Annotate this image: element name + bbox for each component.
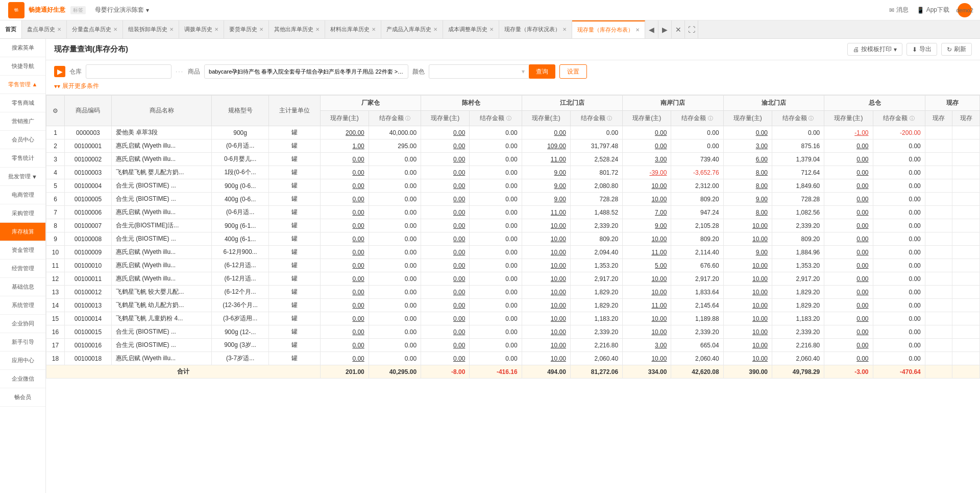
- tab-close-all-btn[interactable]: ✕: [672, 20, 685, 39]
- page-title: 现存量查询(库存分布): [54, 44, 128, 54]
- tab-close-inventory[interactable]: ✕: [57, 27, 61, 32]
- sidebar-item-app-center[interactable]: 应用中心: [0, 351, 45, 370]
- warehouse-label: 仓库: [69, 67, 82, 76]
- table-row: 200100001惠氏启赋 (Wyeth illu...(0-6月适...罐1.…: [46, 139, 980, 153]
- th-group-total: 总仓: [824, 96, 925, 111]
- chevron-down-icon: ▼: [32, 174, 37, 180]
- th-nb-qty: 现存量(主): [623, 111, 671, 126]
- th-yb-qty: 现存量(主): [723, 111, 772, 126]
- export-button[interactable]: ⬇ 导出: [906, 43, 937, 56]
- sidebar-item-system[interactable]: 系统管理: [0, 296, 45, 315]
- message-btn[interactable]: ✉ 消息: [889, 6, 909, 14]
- tab-close-transfer[interactable]: ✕: [214, 27, 218, 32]
- color-input[interactable]: [429, 64, 531, 79]
- th-settings[interactable]: ⚙: [46, 96, 65, 126]
- tab-close-material[interactable]: ✕: [372, 27, 376, 32]
- goods-input[interactable]: [204, 64, 408, 79]
- th-group-yb: 渝北门店: [723, 96, 824, 111]
- sidebar-item-retail-stat[interactable]: 零售统计: [0, 149, 45, 168]
- yb-amt-info[interactable]: ⓘ: [808, 115, 814, 122]
- nb-amt-info[interactable]: ⓘ: [708, 115, 713, 122]
- th-unit: 主计量单位: [269, 96, 321, 126]
- app-download-btn[interactable]: 📱 App下载: [917, 6, 949, 14]
- tab-close-cost[interactable]: ✕: [489, 27, 494, 32]
- th-yb-amt: 结存金额 ⓘ: [772, 111, 824, 126]
- sidebar-item-quicknav[interactable]: 快捷导航: [0, 57, 45, 76]
- tab-close-split[interactable]: ✕: [113, 27, 117, 32]
- filter-area: ▶ 仓库 ··· 商品 颜色 ▾ 查询 设置 ▾▾ 展开更多条件: [46, 60, 980, 95]
- print-icon: 🖨: [853, 46, 859, 53]
- th-group-cc: 陈村仓: [421, 96, 522, 111]
- table-row: 1300100012飞鹤星飞帆 较大婴儿配...(6-12个月...罐0.000…: [46, 286, 980, 299]
- tab-maximize-btn[interactable]: ⛶: [685, 20, 698, 39]
- sidebar-item-retail-mgmt[interactable]: 零售管理 ▲: [0, 76, 45, 94]
- table-row: 800100007合生元(BIOSTIME)活...900g (6-1...罐0…: [46, 219, 980, 232]
- tab-home[interactable]: 首页: [0, 20, 22, 39]
- sidebar-item-marketing[interactable]: 营销推广: [0, 112, 45, 131]
- sidebar-item-member[interactable]: 会员中心: [0, 131, 45, 149]
- sidebar-item-enterprise-wechat[interactable]: 企业微信: [0, 370, 45, 388]
- goods-label: 商品: [188, 67, 200, 76]
- page-header: 现存量查询(库存分布) 🖨 按模板打印 ▾ ⬇ 导出 ↻ 刷新: [46, 39, 980, 60]
- th-total-qty: 现存量(主): [824, 111, 873, 126]
- tab-close-stock-status[interactable]: ✕: [562, 27, 567, 32]
- tab-transfer[interactable]: 调拨单历史 ✕: [179, 20, 224, 39]
- tab-close-order[interactable]: ✕: [259, 27, 263, 32]
- total-amt-info[interactable]: ⓘ: [910, 115, 915, 122]
- tab-combo-split[interactable]: 组装拆卸单历史 ✕: [123, 20, 179, 39]
- table-container[interactable]: ⚙ 商品编码 商品名称 规格型号 主计量单位 厂家仓 陈村仓 江北门店 南岸门店…: [46, 95, 980, 493]
- expand-more-btn[interactable]: ▾▾ 展开更多条件: [54, 82, 972, 90]
- print-button[interactable]: 🖨 按模板打印 ▾: [847, 43, 902, 56]
- sidebar-item-retail-store[interactable]: 零售商城: [0, 94, 45, 112]
- th-cc-amt: 结存金额 ⓘ: [470, 111, 522, 126]
- tab-product-in[interactable]: 产成品入库单历史 ✕: [381, 20, 443, 39]
- th-cj-amt: 结存金额 ⓘ: [369, 111, 421, 126]
- th-nb-amt: 结存金额 ⓘ: [671, 111, 723, 126]
- main-layout: 搜索英单 快捷导航 零售管理 ▲ 零售商城 营销推广 会员中心 零售统计 批发管…: [0, 39, 980, 493]
- setting-button[interactable]: 设置: [559, 64, 587, 79]
- th-cj-qty: 现存量(主): [320, 111, 369, 126]
- tab-material-out[interactable]: 材料出库单历史 ✕: [325, 20, 381, 39]
- sidebar-item-new-guide[interactable]: 新手引导: [0, 333, 45, 351]
- summary-row: 合计201.0040,295.00-8.00-416.16494.0081,27…: [46, 365, 980, 379]
- sidebar-item-inventory[interactable]: 库存核算: [0, 223, 45, 241]
- tab-stock-status[interactable]: 现存量（库存状况表） ✕: [499, 20, 572, 39]
- chevron-down-icon: ▾: [894, 46, 897, 53]
- export-icon: ⬇: [912, 46, 917, 53]
- sidebar-item-purchase[interactable]: 采购管理: [0, 204, 45, 223]
- expand-btn[interactable]: ▶: [54, 66, 65, 77]
- th-cc-qty: 现存量(主): [421, 111, 470, 126]
- tab-prev-btn[interactable]: ◀: [645, 20, 658, 39]
- industry-dropdown[interactable]: 母婴行业演示陈套 ▾: [95, 6, 149, 14]
- sidebar-item-member-plus[interactable]: 畅会员: [0, 388, 45, 407]
- logo-icon: 畅: [8, 2, 24, 18]
- sidebar-item-ecommerce[interactable]: 电商管理: [0, 186, 45, 204]
- refresh-button[interactable]: ↻ 刷新: [941, 43, 972, 56]
- sidebar-item-operation[interactable]: 经营管理: [0, 260, 45, 278]
- sidebar-item-search[interactable]: 搜索英单: [0, 39, 45, 57]
- tab-cost-adj[interactable]: 成本调整单历史 ✕: [443, 20, 499, 39]
- tab-stock-dist[interactable]: 现存量（库存分布表） ✕: [572, 20, 645, 39]
- tab-close-other[interactable]: ✕: [315, 27, 320, 32]
- sidebar-item-wholesale[interactable]: 批发管理 ▼: [0, 168, 45, 186]
- sidebar-item-enterprise-coop[interactable]: 企业协同: [0, 315, 45, 333]
- sidebar-item-finance[interactable]: 资金管理: [0, 241, 45, 260]
- warehouse-input[interactable]: [86, 64, 172, 79]
- tab-inventory[interactable]: 盘点单历史 ✕: [22, 20, 67, 39]
- sidebar-item-basic[interactable]: 基础信息: [0, 278, 45, 296]
- tab-close-product[interactable]: ✕: [433, 27, 437, 32]
- tab-order[interactable]: 要货单历史 ✕: [224, 20, 269, 39]
- jb-amt-info[interactable]: ⓘ: [607, 115, 612, 122]
- query-button[interactable]: 查询: [529, 64, 555, 79]
- tab-other-out[interactable]: 其他出库单历史 ✕: [269, 20, 325, 39]
- tab-close-combo[interactable]: ✕: [169, 27, 174, 32]
- top-bar-left: 畅 畅捷通好生意 标签 母婴行业演示陈套 ▾: [8, 2, 149, 18]
- avatar[interactable]: demo2: [958, 3, 972, 17]
- tab-split-inventory[interactable]: 分量盘点单历史 ✕: [67, 20, 123, 39]
- cj-amt-info[interactable]: ⓘ: [405, 115, 410, 122]
- table-row: 700100006惠氏启赋 (Wyeth illu...(0-6月适...罐0.…: [46, 206, 980, 219]
- cc-amt-info[interactable]: ⓘ: [506, 115, 511, 122]
- tab-next-btn[interactable]: ▶: [658, 20, 672, 39]
- tab-close-stock-dist[interactable]: ✕: [635, 27, 640, 33]
- filter-row: ▶ 仓库 ··· 商品 颜色 ▾ 查询 设置: [54, 64, 972, 79]
